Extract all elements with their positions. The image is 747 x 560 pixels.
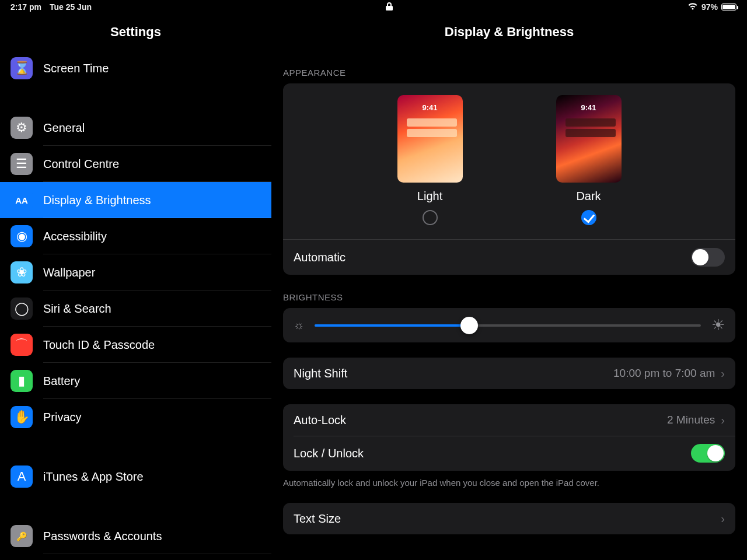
automatic-switch[interactable] (691, 248, 725, 267)
dark-radio[interactable] (581, 210, 596, 225)
passwords-accounts-icon: 🔑 (11, 525, 33, 547)
sidebar-item-general[interactable]: ⚙General (0, 110, 271, 146)
sidebar-item-mail[interactable]: ✉Mail (0, 554, 271, 560)
sidebar-item-label: iTunes & App Store (43, 470, 144, 484)
sidebar-item-siri-search[interactable]: ◯Siri & Search (0, 290, 271, 327)
appearance-header: APPEARANCE (271, 50, 747, 83)
touch-id-icon: ⌒ (11, 334, 33, 356)
accessibility-icon: ◉ (11, 225, 33, 247)
dark-preview-thumb: 9:41 (556, 95, 622, 183)
lock-unlock-switch[interactable] (691, 444, 725, 463)
sidebar-item-label: Siri & Search (43, 302, 111, 316)
detail-pane: Display & Brightness APPEARANCE 9:41 Lig… (271, 0, 747, 560)
screen-time-icon: ⌛ (11, 57, 33, 79)
night-shift-value: 10:00 pm to 7:00 am (613, 367, 715, 380)
sidebar-item-screen-time[interactable]: ⌛Screen Time (0, 50, 271, 86)
lock-unlock-footer: Automatically lock and unlock your iPad … (271, 471, 747, 488)
text-size-label: Text Size (294, 512, 341, 526)
sidebar-item-wallpaper[interactable]: ❀Wallpaper (0, 254, 271, 290)
settings-sidebar: Settings ⌛Screen Time⚙General☰Control Ce… (0, 0, 271, 560)
night-shift-row[interactable]: Night Shift 10:00 pm to 7:00 am › (283, 358, 735, 389)
privacy-icon: ✋ (11, 406, 33, 428)
lock-unlock-label: Lock / Unlock (294, 447, 364, 460)
wallpaper-icon: ❀ (11, 261, 33, 284)
sidebar-item-label: Privacy (43, 411, 82, 424)
auto-lock-row[interactable]: Auto-Lock 2 Minutes › (283, 404, 735, 436)
lock-unlock-row: Lock / Unlock (283, 436, 735, 471)
night-shift-panel: Night Shift 10:00 pm to 7:00 am › (283, 358, 735, 389)
siri-search-icon: ◯ (11, 298, 33, 320)
sidebar-item-label: Screen Time (43, 62, 109, 75)
sidebar-title: Settings (0, 18, 271, 50)
sidebar-item-battery[interactable]: ▮Battery (0, 363, 271, 399)
auto-lock-label: Auto-Lock (294, 414, 346, 427)
status-date: Tue 25 Jun (50, 2, 92, 12)
control-centre-icon: ☰ (11, 153, 33, 175)
sidebar-item-touch-id[interactable]: ⌒Touch ID & Passcode (0, 327, 271, 363)
dark-label: Dark (576, 190, 601, 203)
sidebar-item-label: Touch ID & Passcode (43, 338, 155, 352)
status-time: 2:17 pm (11, 2, 41, 12)
sidebar-item-privacy[interactable]: ✋Privacy (0, 399, 271, 435)
automatic-label: Automatic (294, 251, 345, 264)
sidebar-item-label: Control Centre (43, 158, 119, 171)
sidebar-item-itunes-appstore[interactable]: AiTunes & App Store (0, 459, 271, 495)
battery-pct: 97% (701, 2, 718, 12)
general-icon: ⚙ (11, 117, 33, 139)
sidebar-item-label: Wallpaper (43, 266, 95, 279)
chevron-right-icon: › (721, 414, 725, 427)
appearance-panel: 9:41 Light 9:41 Dark Automatic (283, 83, 735, 275)
appearance-option-dark[interactable]: 9:41 Dark (556, 95, 622, 225)
text-size-row[interactable]: Text Size › (283, 503, 735, 534)
text-size-panel: Text Size › (283, 503, 735, 534)
light-preview-thumb: 9:41 (397, 95, 463, 183)
wifi-icon (687, 2, 698, 12)
battery-icon (721, 4, 736, 10)
automatic-row: Automatic (283, 240, 735, 275)
sidebar-item-label: Passwords & Accounts (43, 530, 162, 543)
sidebar-item-display-brightness[interactable]: AADisplay & Brightness (0, 182, 271, 218)
sidebar-item-passwords-accounts[interactable]: 🔑Passwords & Accounts (0, 518, 271, 554)
brightness-slider[interactable] (315, 324, 701, 327)
brightness-panel: ☼ ☀ (283, 308, 735, 342)
lock-icon (386, 2, 393, 12)
detail-title: Display & Brightness (271, 18, 747, 50)
chevron-right-icon: › (721, 367, 725, 380)
status-bar: 2:17 pm Tue 25 Jun 97% (0, 0, 747, 14)
sidebar-item-accessibility[interactable]: ◉Accessibility (0, 218, 271, 254)
display-brightness-icon: AA (11, 189, 33, 211)
sidebar-item-control-centre[interactable]: ☰Control Centre (0, 146, 271, 182)
sidebar-item-label: Display & Brightness (43, 194, 151, 207)
chevron-right-icon: › (721, 512, 725, 526)
lock-panel: Auto-Lock 2 Minutes › Lock / Unlock (283, 404, 735, 471)
appearance-option-light[interactable]: 9:41 Light (397, 95, 463, 225)
sidebar-item-label: Accessibility (43, 230, 107, 243)
light-label: Light (417, 190, 442, 203)
night-shift-label: Night Shift (294, 367, 347, 380)
light-radio[interactable] (423, 210, 438, 225)
brightness-header: BRIGHTNESS (271, 275, 747, 308)
brightness-high-icon: ☀ (711, 316, 725, 334)
sidebar-item-label: Battery (43, 374, 80, 388)
battery-icon: ▮ (11, 370, 33, 392)
sidebar-item-label: General (43, 121, 85, 135)
brightness-low-icon: ☼ (294, 318, 304, 332)
auto-lock-value: 2 Minutes (667, 414, 715, 426)
itunes-appstore-icon: A (11, 466, 33, 488)
